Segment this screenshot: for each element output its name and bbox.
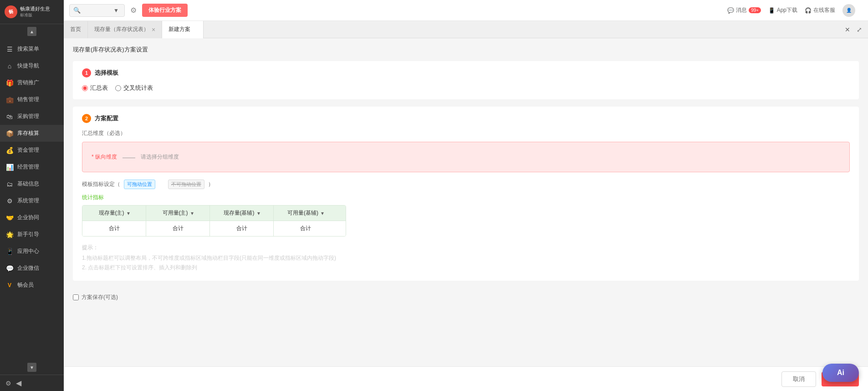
window-close-btn[interactable]: ✕	[842, 25, 853, 35]
tab-home[interactable]: 首页	[64, 21, 88, 38]
step1-card: 1 选择模板 汇总表 交叉统计表	[73, 61, 859, 99]
tip-item-1: 2. 点击标题栏下拉可设置排序、插入列和删除列	[82, 264, 850, 272]
sales-icon: 💼	[5, 96, 14, 103]
window-controls: ✕ ⤢	[842, 25, 868, 35]
non-draggable-badge: 不可拖动位置	[168, 180, 204, 189]
tab-inventory-close[interactable]: ×	[152, 26, 155, 33]
sidebar-item-finance[interactable]: 💰 资金管理	[0, 142, 64, 159]
main-area: 🔍 ▼ ⚙ 体验行业方案 💬 消息 99+ 📱 App下载 🎧 在线客服	[64, 0, 868, 391]
sidebar-item-label: 畅会员	[17, 281, 34, 289]
col-label-3: 可用量(基辅)	[287, 209, 318, 217]
save-option[interactable]: 方案保存(可选)	[73, 288, 859, 307]
operations-icon: 📊	[5, 164, 14, 171]
app-icon: 📱	[768, 7, 775, 14]
dimension-box[interactable]: * 纵向维度 —— 请选择分组维度	[82, 142, 850, 172]
scroll-down-btn[interactable]: ▼	[27, 363, 36, 372]
header-right: 💬 消息 99+ 📱 App下载 🎧 在线客服 👤	[727, 4, 863, 17]
col-agg-1: 合计	[173, 225, 184, 232]
step1-header: 1 选择模板	[82, 68, 850, 77]
col-header-1[interactable]: 可用量(主) ▾	[146, 206, 210, 221]
cancel-button[interactable]: 取消	[781, 371, 816, 387]
step2-badge: 2	[82, 114, 91, 123]
tab-inventory-label: 现存量（库存状况表）	[94, 26, 149, 33]
col-dropdown-3[interactable]: ▾	[321, 210, 324, 216]
summary-dimension-label: 汇总维度（必选）	[82, 129, 850, 137]
tab-new-plan[interactable]: 新建方案 ×	[162, 21, 204, 38]
scroll-up-btn[interactable]: ▲	[27, 27, 36, 36]
sidebar-item-enterprise[interactable]: 🤝 企业协同	[0, 209, 64, 226]
radio-summary-input[interactable]	[82, 85, 88, 91]
col-dropdown-0[interactable]: ▾	[127, 210, 130, 216]
sidebar-item-search-menu[interactable]: ☰ 搜索菜单	[0, 41, 64, 57]
sidebar-item-marketing[interactable]: 🎁 营销推广	[0, 74, 64, 91]
tab-inventory-status[interactable]: 现存量（库存状况表） ×	[88, 21, 162, 38]
col-header-2[interactable]: 现存量(基辅) ▾	[210, 206, 274, 221]
step2-header: 2 方案配置	[82, 114, 850, 123]
tab-bar: 首页 现存量（库存状况表） × 新建方案 × ✕ ⤢	[64, 21, 868, 38]
col-agg-3: 合计	[300, 225, 311, 232]
save-option-label: 方案保存(可选)	[82, 293, 118, 301]
tip-text-0: 1.拖动标题栏可以调整布局，不可跨维度或指标区域拖动栏目字段(只能在同一维度或指…	[82, 254, 336, 262]
inventory-icon: 📦	[5, 130, 14, 137]
sidebar-item-app-center[interactable]: 📱 应用中心	[0, 243, 64, 260]
config-table-body: 合计 合计 合计 合计	[82, 221, 346, 236]
tips-title: 提示：	[82, 244, 850, 252]
save-checkbox[interactable]	[73, 294, 79, 300]
app-version: 标准版	[20, 12, 50, 18]
ai-label: Ai	[837, 369, 844, 377]
metrics-config-sep	[159, 180, 164, 188]
settings-gear-icon[interactable]: ⚙	[128, 4, 138, 16]
message-label: 消息	[736, 6, 747, 14]
sidebar-item-basic-info[interactable]: 🗂 基础信息	[0, 175, 64, 192]
metrics-config-text: 模板指标设定（	[82, 180, 120, 188]
system-icon: ⚙	[5, 197, 14, 205]
settings-icon[interactable]: ⚙	[5, 380, 11, 387]
sidebar-item-enterprise-wechat[interactable]: 💬 企业微信	[0, 260, 64, 277]
ai-bubble[interactable]: Ai	[822, 364, 859, 382]
window-expand-btn[interactable]: ⤢	[854, 25, 864, 35]
radio-crosstab[interactable]: 交叉统计表	[115, 84, 153, 92]
tab-new-plan-close[interactable]: ×	[193, 26, 197, 33]
sidebar-item-quick-nav[interactable]: ⌂ 快捷导航	[0, 57, 64, 74]
sidebar-item-vip[interactable]: V 畅会员	[0, 277, 64, 293]
col-agg-0: 合计	[109, 225, 120, 232]
col-label-1: 可用量(主)	[163, 209, 188, 217]
online-service-btn[interactable]: 🎧 在线客服	[805, 6, 835, 14]
sidebar-scroll-up[interactable]: ▲	[0, 24, 64, 39]
service-label: 在线客服	[813, 6, 835, 14]
enterprise-icon: 🤝	[5, 214, 14, 221]
app-logo-icon: 畅	[5, 5, 17, 18]
col-dropdown-2[interactable]: ▾	[257, 210, 260, 216]
search-dropdown-btn[interactable]: ▼	[112, 6, 121, 15]
required-star: * 纵向维度	[92, 153, 117, 161]
app-download-btn[interactable]: 📱 App下载	[768, 6, 797, 14]
col-body-0: 合计	[82, 221, 146, 236]
sidebar-scroll-down[interactable]: ▼	[0, 360, 64, 375]
help-icon[interactable]: ◀	[16, 379, 21, 387]
col-header-3[interactable]: 可用量(基辅) ▾	[274, 206, 337, 221]
sidebar-item-operations[interactable]: 📊 经营管理	[0, 159, 64, 175]
config-table: 现存量(主) ▾ 可用量(主) ▾ 现存量(基辅) ▾ 可用量(基辅) ▾	[82, 205, 346, 237]
app-center-icon: 📱	[5, 248, 14, 255]
message-btn[interactable]: 💬 消息 99+	[727, 6, 761, 14]
sidebar-item-sales[interactable]: 💼 销售管理	[0, 91, 64, 108]
col-dropdown-1[interactable]: ▾	[191, 210, 194, 216]
sidebar-item-label: 系统管理	[17, 197, 39, 205]
header-search-box[interactable]: 🔍 ▼	[69, 4, 125, 17]
sidebar-item-purchase[interactable]: 🛍 采购管理	[0, 108, 64, 125]
col-header-0[interactable]: 现存量(主) ▾	[82, 206, 146, 221]
avatar: 👤	[842, 4, 855, 17]
sidebar-nav: ☰ 搜索菜单 ⌂ 快捷导航 🎁 营销推广 💼 销售管理 🛍 采购管理 📦 库存核…	[0, 39, 64, 360]
try-btn[interactable]: 体验行业方案	[142, 4, 188, 17]
sidebar-item-system[interactable]: ⚙ 系统管理	[0, 192, 64, 209]
radio-summary[interactable]: 汇总表	[82, 84, 108, 92]
search-input[interactable]	[82, 7, 110, 14]
sidebar-item-inventory[interactable]: 📦 库存核算	[0, 125, 64, 142]
sidebar-item-new-guide[interactable]: 🌟 新手引导	[0, 226, 64, 243]
sidebar-item-label: 经营管理	[17, 163, 39, 171]
draggable-badge: 可拖动位置	[124, 180, 155, 189]
config-table-header: 现存量(主) ▾ 可用量(主) ▾ 现存量(基辅) ▾ 可用量(基辅) ▾	[82, 206, 346, 221]
quick-nav-icon: ⌂	[5, 62, 14, 70]
radio-crosstab-input[interactable]	[115, 85, 121, 91]
sidebar-item-label: 搜索菜单	[17, 45, 39, 53]
